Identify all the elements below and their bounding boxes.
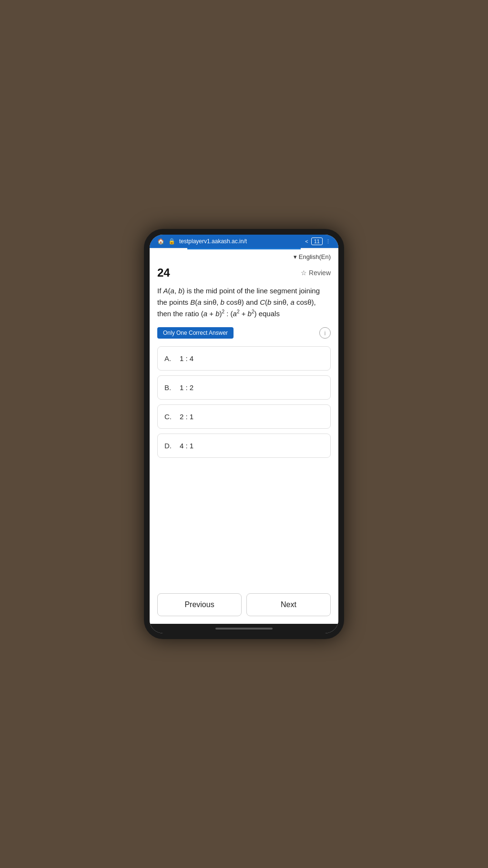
home-indicator <box>150 624 338 633</box>
content-area: ▾ English(En) 24 ☆ Review If A(a, b) is … <box>150 249 338 624</box>
review-button[interactable]: ☆ Review <box>301 269 331 277</box>
question-number: 24 <box>157 266 170 279</box>
home-bar <box>215 628 273 630</box>
option-a[interactable]: A. 1 : 4 <box>157 346 331 371</box>
review-label: Review <box>309 269 331 277</box>
tab-count[interactable]: 11 <box>311 238 323 245</box>
language-bar: ▾ English(En) <box>150 249 338 262</box>
language-selector[interactable]: ▾ English(En) <box>294 253 331 260</box>
question-text: If A(a, b) is the mid point of the line … <box>150 281 338 325</box>
home-icon[interactable]: 🏠 <box>157 238 164 245</box>
option-a-value: 1 : 4 <box>180 354 193 362</box>
answer-type-badge: Only One Correct Answer <box>157 327 234 339</box>
answer-type-row: Only One Correct Answer i <box>150 325 338 342</box>
star-icon: ☆ <box>301 269 307 277</box>
url-display: testplayerv1.aakash.ac.in/t <box>179 238 247 245</box>
nav-buttons: Previous Next <box>150 586 338 624</box>
option-d-value: 4 : 1 <box>180 442 193 450</box>
option-c-label: C. <box>164 413 174 421</box>
language-label: English(En) <box>299 253 331 260</box>
chevron-down-icon: ▾ <box>294 253 297 260</box>
option-b-value: 1 : 2 <box>180 383 193 392</box>
lock-icon: 🔒 <box>168 238 175 245</box>
option-b[interactable]: B. 1 : 2 <box>157 375 331 400</box>
phone-frame: 🏠 🔒 testplayerv1.aakash.ac.in/t < 11 ⋮ ▾… <box>144 229 344 639</box>
option-d-label: D. <box>164 442 174 450</box>
option-d[interactable]: D. 4 : 1 <box>157 434 331 458</box>
status-bar-right: < 11 ⋮ <box>305 238 331 245</box>
status-bar: 🏠 🔒 testplayerv1.aakash.ac.in/t < 11 ⋮ <box>150 235 338 248</box>
more-icon[interactable]: ⋮ <box>325 238 331 245</box>
option-c[interactable]: C. 2 : 1 <box>157 404 331 429</box>
option-a-label: A. <box>164 354 174 362</box>
info-icon[interactable]: i <box>319 327 331 339</box>
phone-screen: 🏠 🔒 testplayerv1.aakash.ac.in/t < 11 ⋮ ▾… <box>150 235 338 633</box>
next-button[interactable]: Next <box>246 593 331 616</box>
share-icon[interactable]: < <box>305 238 308 244</box>
status-bar-left: 🏠 🔒 testplayerv1.aakash.ac.in/t <box>157 238 247 245</box>
option-b-label: B. <box>164 383 174 392</box>
option-c-value: 2 : 1 <box>180 413 193 421</box>
previous-button[interactable]: Previous <box>157 593 242 616</box>
question-header: 24 ☆ Review <box>150 262 338 281</box>
options-container: A. 1 : 4 B. 1 : 2 C. 2 : 1 D. 4 : 1 <box>150 342 338 462</box>
